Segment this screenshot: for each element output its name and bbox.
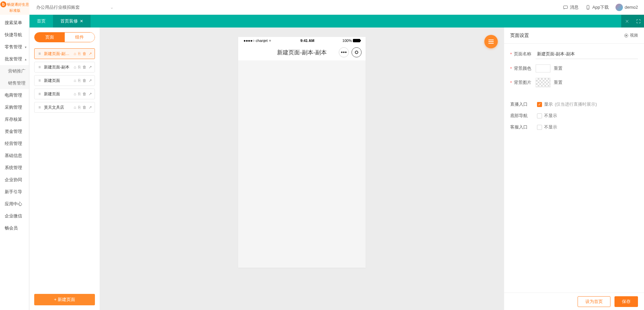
sidebar-item-apps[interactable]: 应用中心 — [0, 198, 29, 210]
sidebar-item-collab[interactable]: 企业协同 — [0, 174, 29, 186]
fullscreen-button[interactable] — [633, 15, 644, 28]
checkbox-label: 不显示 — [544, 113, 557, 119]
share-icon[interactable]: ↗ — [89, 51, 92, 56]
share-icon[interactable]: ↗ — [89, 92, 92, 96]
drag-icon[interactable]: ≡ — [37, 92, 42, 96]
image-swatch[interactable] — [536, 78, 550, 87]
phone-time: 9:41 AM — [272, 39, 342, 43]
page-item[interactable]: ≡ 昊天文具店 ⌂⎘🗑↗ — [34, 102, 95, 113]
phone-body[interactable] — [238, 60, 366, 268]
share-icon[interactable]: ↗ — [89, 105, 92, 110]
delete-icon[interactable]: 🗑 — [83, 105, 87, 110]
required-mark: * — [510, 66, 512, 71]
page-item[interactable]: ≡ 新建页面 ⌂⎘🗑↗ — [34, 89, 95, 99]
account-selector[interactable]: 办公用品行业模拟账套 — [36, 4, 80, 10]
close-icon[interactable]: ✕ — [80, 19, 83, 23]
pages-panel: 页面 组件 ≡ 新建页面-副本... ⌂ ⎘ 🗑 ↗ — [30, 28, 100, 310]
app-download-button[interactable]: App下载 — [585, 4, 609, 10]
sidebar-item-purchase[interactable]: 采购管理 — [0, 101, 29, 113]
page-item[interactable]: ≡ 新建页面-副本... ⌂ ⎘ 🗑 ↗ — [34, 48, 95, 59]
settings-body: * 页面名称 * 背景颜色 重置 * 背景图片 — [504, 44, 644, 293]
segment-components[interactable]: 组件 — [65, 33, 95, 42]
settings-panel: 页面设置 视频 * 页面名称 * — [504, 28, 644, 310]
sidebar-item-ecommerce[interactable]: 电商管理 — [0, 89, 29, 101]
page-name-input[interactable] — [536, 49, 638, 59]
page-name: 新建页面-副本 — [44, 64, 72, 70]
home-icon[interactable]: ⌂ — [74, 92, 76, 96]
sidebar-item-wechat[interactable]: 企业微信 — [0, 210, 29, 222]
sidebar-item-marketing[interactable]: 营销推广 — [0, 65, 29, 77]
new-page-button[interactable]: + 新建页面 — [34, 294, 95, 305]
delete-icon[interactable]: 🗑 — [83, 92, 87, 96]
drag-icon[interactable]: ≡ — [37, 78, 42, 83]
app-download-label: App下载 — [592, 4, 609, 10]
copy-icon[interactable]: ⎘ — [78, 78, 80, 83]
tab-close-all-button[interactable] — [621, 15, 633, 28]
home-icon[interactable]: ⌂ — [74, 105, 76, 110]
tab-home[interactable]: 首页 — [30, 15, 53, 28]
sidebar-item-retail[interactable]: 零售管理 — [0, 41, 29, 53]
sidebar-item-inventory[interactable]: 库存核算 — [0, 113, 29, 125]
home-icon[interactable]: ⌂ — [74, 78, 76, 83]
checkbox-bottom-nav[interactable] — [537, 113, 542, 118]
messages-button[interactable]: 消息 — [563, 4, 579, 10]
toggle-panel-button[interactable] — [484, 35, 498, 48]
logo[interactable]: b 畅捷通好生意 标准版 — [0, 0, 30, 15]
copy-icon[interactable]: ⎘ — [78, 105, 80, 110]
target-icon[interactable] — [352, 47, 362, 57]
checkbox-cs[interactable] — [537, 125, 542, 130]
page-name: 新建页面 — [44, 91, 72, 97]
sidebar-item-base[interactable]: 基础信息 — [0, 150, 29, 162]
more-icon[interactable]: ••• — [339, 47, 349, 57]
logo-brand: 畅捷通好生意 — [7, 2, 29, 7]
checkbox-live[interactable] — [537, 102, 542, 107]
settings-header: 页面设置 视频 — [504, 28, 644, 44]
drag-icon[interactable]: ≡ — [37, 65, 42, 69]
required-mark: * — [510, 80, 512, 85]
page-item[interactable]: ≡ 新建页面-副本 ⌂⎘🗑↗ — [34, 62, 95, 72]
segment-pages[interactable]: 页面 — [35, 33, 65, 42]
drag-icon[interactable]: ≡ — [37, 51, 42, 56]
sidebar-item-sales[interactable]: 销售管理 — [0, 77, 29, 89]
sidebar-item-system[interactable]: 系统管理 — [0, 162, 29, 174]
logo-edition: 标准版 — [9, 8, 20, 13]
sidebar-item-member[interactable]: 畅会员 — [0, 222, 29, 234]
tab-decoration[interactable]: 首页装修 ✕ — [53, 15, 91, 28]
share-icon[interactable]: ↗ — [89, 65, 92, 69]
sidebar-item-guide[interactable]: 新手引导 — [0, 186, 29, 198]
drag-icon[interactable]: ≡ — [37, 105, 42, 110]
settings-footer: 设为首页 保存 — [504, 293, 644, 310]
set-home-button[interactable]: 设为首页 — [578, 296, 610, 307]
chevron-down-icon[interactable]: ⌄ — [110, 5, 114, 10]
delete-icon[interactable]: 🗑 — [83, 51, 87, 56]
sidebar-item-finance[interactable]: 资金管理 — [0, 125, 29, 138]
color-swatch[interactable] — [536, 64, 550, 72]
sidebar-item-nav[interactable]: 快捷导航 — [0, 29, 29, 41]
share-icon[interactable]: ↗ — [89, 78, 92, 83]
field-label: 底部导航 — [510, 113, 537, 119]
copy-icon[interactable]: ⎘ — [78, 51, 80, 56]
sidebar-item-search[interactable]: 搜索菜单 — [0, 17, 29, 29]
user-menu[interactable]: demo2 — [615, 4, 638, 11]
video-help-button[interactable]: 视频 — [624, 33, 638, 38]
field-page-name: * 页面名称 — [510, 49, 638, 59]
field-bg-image: * 背景图片 重置 — [510, 78, 638, 87]
sidebar-item-wholesale[interactable]: 批发管理 — [0, 53, 29, 65]
play-icon — [624, 33, 629, 38]
delete-icon[interactable]: 🗑 — [83, 65, 87, 69]
delete-icon[interactable]: 🗑 — [83, 78, 87, 83]
phone-preview: ●●●●○ chanjet ᯤ 9:41 AM 100% 新建页面-副本-副本 … — [238, 37, 366, 268]
home-icon[interactable]: ⌂ — [74, 65, 76, 69]
field-label: 客服入口 — [510, 124, 537, 130]
save-button[interactable]: 保存 — [614, 296, 638, 307]
reset-button[interactable]: 重置 — [554, 80, 562, 86]
phone-icon — [585, 5, 591, 10]
home-icon[interactable]: ⌂ — [74, 51, 76, 56]
copy-icon[interactable]: ⎘ — [78, 92, 80, 96]
sidebar-item-operation[interactable]: 经营管理 — [0, 138, 29, 150]
copy-icon[interactable]: ⎘ — [78, 65, 80, 69]
canvas[interactable]: ●●●●○ chanjet ᯤ 9:41 AM 100% 新建页面-副本-副本 … — [100, 28, 504, 310]
svg-rect-0 — [564, 6, 568, 8]
reset-button[interactable]: 重置 — [554, 65, 562, 71]
page-item[interactable]: ≡ 新建页面 ⌂⎘🗑↗ — [34, 75, 95, 86]
